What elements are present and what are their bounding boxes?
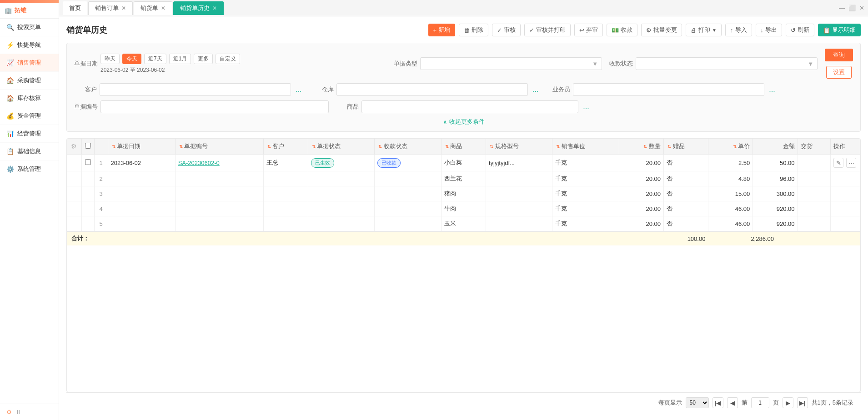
page-prev-btn[interactable]: ◀ xyxy=(727,397,738,408)
tab-sales-history[interactable]: 销货单历史 ✕ xyxy=(173,1,224,15)
delete-button[interactable]: 🗑 删除 xyxy=(459,24,488,36)
date-1month-btn[interactable]: 近1月 xyxy=(169,54,191,64)
date-more-btn[interactable]: 更多 xyxy=(194,54,213,64)
product-ellipsis-btn[interactable]: ... xyxy=(581,103,591,111)
td-ops: ✎ ⋯ xyxy=(831,155,860,171)
sidebar-item-sales-mgmt[interactable]: 📈 销售管理 xyxy=(0,54,59,72)
td-checkbox[interactable] xyxy=(81,201,94,216)
th-quantity[interactable]: ⇅ 数量 xyxy=(619,139,664,155)
warehouse-input[interactable] xyxy=(336,83,528,96)
sidebar-item-quick-nav[interactable]: ⚡ 快捷导航 xyxy=(0,36,59,54)
page-first-btn[interactable]: |◀ xyxy=(712,397,723,408)
th-product[interactable]: ⇅ 商品 xyxy=(441,139,486,155)
th-doc-no[interactable]: ⇅ 单据编号 xyxy=(175,139,263,155)
td-checkbox[interactable] xyxy=(81,186,94,201)
collect-button[interactable]: 💵 收款 xyxy=(607,24,637,36)
td-doc-no[interactable]: SA-20230602-0 xyxy=(175,155,263,171)
select-all-checkbox[interactable] xyxy=(85,143,91,149)
th-collect-status[interactable]: ⇅ 收款状态 xyxy=(375,139,442,155)
tab-close-sales-history[interactable]: ✕ xyxy=(212,5,217,11)
sidebar-item-finance-mgmt[interactable]: 💰 资金管理 xyxy=(0,107,59,125)
abandon-button[interactable]: ↩ 弃审 xyxy=(574,24,603,36)
td-checkbox[interactable] xyxy=(81,155,94,171)
page-last-btn[interactable]: ▶| xyxy=(797,397,808,408)
tab-close-sales-delivery[interactable]: ✕ xyxy=(161,5,166,11)
th-settings[interactable]: ⚙ xyxy=(67,139,81,155)
row-checkbox[interactable] xyxy=(85,159,91,165)
customer-ellipsis-btn[interactable]: ... xyxy=(294,85,303,94)
sidebar-item-search-menu[interactable]: 🔍 搜索菜单 xyxy=(0,19,59,36)
total-info: 共1页，5条记录 xyxy=(812,399,853,407)
date-today-btn[interactable]: 今天 xyxy=(122,54,141,64)
sidebar-item-basic-info[interactable]: 📋 基础信息 xyxy=(0,143,59,160)
td-doc-no[interactable] xyxy=(175,216,263,231)
customer-input[interactable] xyxy=(100,83,291,96)
print-icon: 🖨 xyxy=(691,27,697,34)
review-print-button[interactable]: ✓ 审核并打印 xyxy=(524,24,571,36)
td-unit-price: 2.50 xyxy=(708,155,753,171)
customer-label: 客户 xyxy=(74,85,97,94)
th-checkbox[interactable] xyxy=(81,139,94,155)
staff-ellipsis-btn[interactable]: ... xyxy=(767,85,777,94)
collect-status-select[interactable]: ▼ xyxy=(636,57,818,70)
tabs-minimize-icon[interactable]: — xyxy=(839,5,845,11)
date-yesterday-btn[interactable]: 昨天 xyxy=(100,54,120,64)
sidebar-item-ops-mgmt[interactable]: 📊 经营管理 xyxy=(0,125,59,143)
print-button[interactable]: 🖨 打印 ▼ xyxy=(686,24,722,36)
tabs-close-icon[interactable]: ✕ xyxy=(859,5,864,11)
ops-edit-btn[interactable]: ✎ xyxy=(833,158,843,168)
th-doc-status[interactable]: ⇅ 单据状态 xyxy=(308,139,375,155)
td-doc-no[interactable] xyxy=(175,171,263,186)
collapse-btn[interactable]: ∧ 收起更多条件 xyxy=(443,118,485,126)
page-next-btn[interactable]: ▶ xyxy=(783,397,793,408)
th-doc-date[interactable]: ⇅ 单据日期 xyxy=(108,139,175,155)
add-button[interactable]: + 新增 xyxy=(428,24,456,36)
th-spec-type[interactable]: ⇅ 规格型号 xyxy=(486,139,552,155)
sort-icon-sales-unit: ⇅ xyxy=(556,144,560,149)
export-button[interactable]: ↓ 导出 xyxy=(756,24,783,36)
filter-section: 单据日期 昨天 今天 近7天 近1月 更多 自定义 2023-06-02 至 2… xyxy=(66,43,861,132)
finance-mgmt-icon: 💰 xyxy=(6,112,14,120)
td-checkbox[interactable] xyxy=(81,216,94,231)
sidebar-bottom-icon2[interactable]: ⏸ xyxy=(15,409,21,415)
review-button[interactable]: ✓ 审核 xyxy=(492,24,521,36)
page-number-input[interactable] xyxy=(751,397,769,408)
th-transaction[interactable]: 交货 xyxy=(798,139,831,155)
per-page-select[interactable]: 50 100 200 xyxy=(686,397,709,408)
td-doc-no[interactable] xyxy=(175,201,263,216)
table-wrap: ⚙ ⇅ 单据日期 ⇅ 单据编号 xyxy=(66,138,861,392)
print-dropdown-icon: ▼ xyxy=(712,28,717,33)
th-amount[interactable]: 金额 xyxy=(753,139,798,155)
th-gift[interactable]: ⇅ 赠品 xyxy=(664,139,708,155)
tab-sales-delivery[interactable]: 销货单 ✕ xyxy=(134,1,172,15)
date-7days-btn[interactable]: 近7天 xyxy=(144,54,166,64)
sidebar-bottom-icon1[interactable]: ⚙ xyxy=(6,409,12,415)
doc-no-input[interactable] xyxy=(100,100,329,113)
th-customer[interactable]: ⇅ 客户 xyxy=(263,139,308,155)
sidebar-item-sys-mgmt[interactable]: ⚙️ 系统管理 xyxy=(0,160,59,178)
table-footer: 合计： 100.00 2,286.00 xyxy=(67,231,860,245)
setting-button[interactable]: 设置 xyxy=(826,66,852,79)
tab-close-sales-order[interactable]: ✕ xyxy=(121,5,126,11)
refresh-button[interactable]: ↺ 刷新 xyxy=(786,24,814,36)
show-details-button[interactable]: 📋 显示明细 xyxy=(818,24,861,36)
tab-sales-order[interactable]: 销售订单 ✕ xyxy=(88,1,133,15)
td-doc-no[interactable] xyxy=(175,186,263,201)
query-button[interactable]: 查询 xyxy=(825,49,853,61)
tab-home[interactable]: 首页 xyxy=(63,1,87,15)
ops-more-btn[interactable]: ⋯ xyxy=(846,158,856,168)
td-checkbox[interactable] xyxy=(81,171,94,186)
doc-type-select[interactable]: ▼ xyxy=(420,57,602,70)
warehouse-ellipsis-btn[interactable]: ... xyxy=(531,85,540,94)
import-button[interactable]: ↑ 导入 xyxy=(725,24,752,36)
tabs-maximize-icon[interactable]: ⬜ xyxy=(848,5,856,11)
th-unit-price[interactable]: ⇅ 单价 xyxy=(708,139,753,155)
product-input[interactable] xyxy=(361,100,578,113)
th-sales-unit[interactable]: ⇅ 销售单位 xyxy=(552,139,619,155)
date-custom-btn[interactable]: 自定义 xyxy=(216,54,240,64)
batch-change-button[interactable]: ⚙ 批量变更 xyxy=(641,24,682,36)
table-settings-icon[interactable]: ⚙ xyxy=(71,143,77,150)
sidebar-item-inventory[interactable]: 🏠 库存核算 xyxy=(0,90,59,107)
sidebar-item-purchase-mgmt[interactable]: 🏠 采购管理 xyxy=(0,72,59,90)
staff-input[interactable] xyxy=(573,83,764,96)
